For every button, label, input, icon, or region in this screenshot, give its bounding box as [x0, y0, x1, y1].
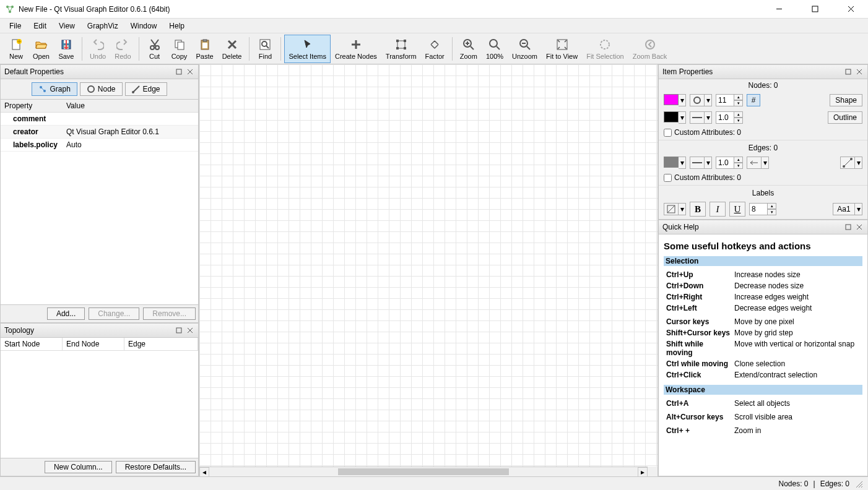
menu-edit[interactable]: Edit — [28, 20, 52, 32]
restore-defaults-button[interactable]: Restore Defaults... — [116, 461, 196, 473]
dropdown-icon[interactable]: ▾ — [679, 157, 686, 169]
tab-node[interactable]: Node — [80, 82, 123, 96]
dock-close-icon[interactable] — [855, 223, 864, 231]
add-button[interactable]: Add... — [47, 307, 85, 320]
maximize-button[interactable] — [802, 1, 827, 18]
scroll-left-icon[interactable]: ◂ — [199, 467, 209, 476]
outline-button[interactable]: Outline — [828, 111, 862, 124]
close-button[interactable] — [838, 1, 863, 18]
line-style-icon[interactable] — [690, 111, 705, 124]
spin-down-icon[interactable]: ▾ — [734, 100, 743, 106]
menu-file[interactable]: File — [4, 20, 27, 32]
dropdown-icon[interactable]: ▾ — [705, 94, 712, 106]
tool-unzoom[interactable]: Unzoom — [508, 35, 542, 63]
dock-float-icon[interactable] — [175, 326, 183, 335]
dropdown-icon[interactable]: ▾ — [855, 157, 862, 169]
dropdown-icon[interactable]: ▾ — [705, 157, 712, 169]
minimize-button[interactable] — [766, 1, 791, 18]
col-edge[interactable]: Edge — [124, 338, 198, 350]
spin-up-icon[interactable]: ▴ — [734, 94, 743, 100]
dropdown-icon[interactable]: ▾ — [705, 111, 712, 124]
underline-button[interactable]: U — [729, 202, 745, 217]
col-end-node[interactable]: End Node — [63, 338, 124, 350]
menu-view[interactable]: View — [53, 20, 80, 32]
dock-float-icon[interactable] — [844, 223, 853, 231]
scroll-thumb[interactable] — [338, 468, 510, 475]
label-size-input[interactable] — [749, 203, 768, 215]
tool-zoom100[interactable]: 100% — [482, 35, 508, 63]
tab-graph[interactable]: Graph — [32, 82, 77, 96]
tool-new[interactable]: New — [4, 35, 28, 63]
node-fill-swatch[interactable] — [664, 94, 679, 105]
dock-close-icon[interactable] — [186, 67, 194, 76]
tool-factor[interactable]: Factor — [421, 35, 449, 63]
menu-help[interactable]: Help — [163, 20, 190, 32]
edge-stroke-input[interactable] — [716, 157, 734, 169]
tool-zoom[interactable]: Zoom — [456, 35, 482, 63]
no-label-icon[interactable] — [664, 203, 679, 215]
menu-window[interactable]: Window — [125, 20, 163, 32]
tool-create[interactable]: Create Nodes — [331, 35, 381, 63]
dock-close-icon[interactable] — [855, 67, 864, 76]
horizontal-scrollbar[interactable]: ◂ ▸ — [199, 466, 648, 476]
node-size-input[interactable] — [716, 94, 734, 106]
dock-float-icon[interactable] — [844, 67, 853, 76]
dock-close-icon[interactable] — [186, 326, 194, 335]
shape-button[interactable]: Shape — [830, 94, 862, 106]
edge-style-icon[interactable] — [840, 157, 855, 169]
bold-button[interactable]: B — [690, 202, 706, 217]
scroll-right-icon[interactable]: ▸ — [638, 467, 648, 476]
property-row[interactable]: comment — [1, 113, 198, 126]
dropdown-icon[interactable]: ▾ — [762, 157, 769, 169]
spin-down-icon[interactable]: ▾ — [734, 163, 743, 169]
zoom-icon — [462, 38, 475, 51]
col-property[interactable]: Property — [1, 100, 63, 113]
property-row[interactable]: labels.policyAuto — [1, 139, 198, 152]
spin-up-icon[interactable]: ▴ — [734, 111, 743, 118]
arrow-left-icon[interactable] — [747, 157, 762, 169]
tool-transform[interactable]: Transform — [381, 35, 421, 63]
dropdown-icon[interactable]: ▾ — [855, 203, 862, 215]
col-value[interactable]: Value — [63, 100, 198, 113]
font-select[interactable]: Aa1 — [833, 203, 855, 215]
custom-attr-edges-checkbox[interactable] — [664, 174, 672, 182]
new-column-button[interactable]: New Column... — [45, 461, 112, 473]
menu-graphviz[interactable]: GraphViz — [82, 20, 124, 32]
dropdown-icon[interactable]: ▾ — [679, 111, 686, 124]
remove-button[interactable]: Remove... — [143, 307, 196, 320]
node-shape-icon[interactable] — [690, 94, 705, 106]
node-stroke-input[interactable] — [716, 111, 734, 124]
custom-attr-nodes[interactable]: Custom Attributes: 0 — [659, 126, 867, 139]
node-stroke-swatch[interactable] — [664, 111, 679, 123]
graph-canvas[interactable]: ◂ ▸ — [199, 64, 658, 476]
edge-color-swatch[interactable] — [664, 157, 679, 168]
tool-paste[interactable]: Paste — [192, 35, 218, 63]
custom-attr-nodes-checkbox[interactable] — [664, 129, 672, 137]
tool-fit[interactable]: Fit to View — [542, 35, 582, 63]
change-button[interactable]: Change... — [89, 307, 139, 320]
spin-down-icon[interactable]: ▾ — [734, 118, 743, 124]
tool-copy[interactable]: Copy — [167, 35, 192, 63]
tool-label: Delete — [222, 53, 242, 60]
spin-up-icon[interactable]: ▴ — [734, 157, 743, 163]
tool-open[interactable]: Open — [28, 35, 54, 63]
spin-up-icon[interactable]: ▴ — [768, 203, 776, 209]
quick-help-body[interactable]: Some useful hotkeys and actionsSelection… — [658, 234, 868, 476]
tab-edge[interactable]: Edge — [125, 82, 167, 96]
col-start-node[interactable]: Start Node — [1, 338, 63, 350]
tool-cut[interactable]: Cut — [142, 35, 167, 63]
italic-button[interactable]: I — [710, 202, 726, 217]
property-row[interactable]: creatorQt Visual Graph Editor 0.6.1 — [1, 126, 198, 139]
dropdown-icon[interactable]: ▾ — [679, 203, 686, 215]
custom-attr-edges[interactable]: Custom Attributes: 0 — [659, 171, 867, 184]
spin-down-icon[interactable]: ▾ — [768, 209, 776, 215]
tool-select[interactable]: Select Items — [284, 35, 331, 63]
dock-float-icon[interactable] — [175, 67, 183, 76]
tool-save[interactable]: Save — [54, 35, 79, 63]
line-style-icon[interactable] — [690, 157, 705, 169]
tool-delete[interactable]: Delete — [218, 35, 246, 63]
dropdown-icon[interactable]: ▾ — [679, 94, 686, 106]
hash-button[interactable]: # — [747, 94, 760, 106]
resize-grip-icon[interactable] — [854, 479, 863, 488]
tool-find[interactable]: Find — [253, 35, 277, 63]
